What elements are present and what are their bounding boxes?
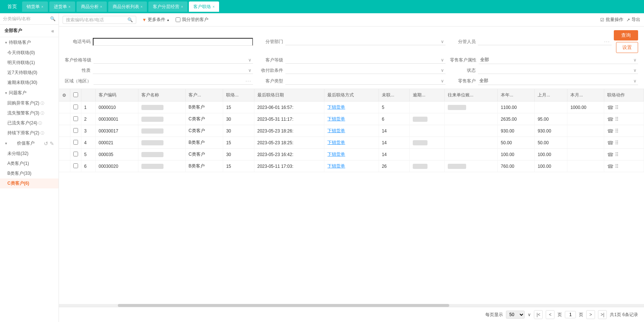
- row-last-contact-method[interactable]: 下销货单: [324, 149, 379, 160]
- row-last-contact-method[interactable]: 下销货单: [324, 102, 379, 113]
- close-analysis-tab[interactable]: ×: [100, 5, 102, 9]
- row-check[interactable]: [70, 113, 81, 125]
- phone-input[interactable]: [93, 38, 253, 46]
- area-dots[interactable]: ···: [246, 78, 251, 84]
- row-checkbox[interactable]: [73, 128, 78, 133]
- close-analysis-list-tab[interactable]: ×: [141, 5, 143, 9]
- more-action-icon[interactable]: ⠿: [615, 163, 619, 169]
- first-page-button[interactable]: |<: [534, 310, 543, 319]
- sidebar-item-tomorrow[interactable]: 明天待联络(1): [0, 58, 59, 68]
- th-settings[interactable]: ⚙: [59, 89, 70, 102]
- contact-method-link[interactable]: 下销货单: [327, 140, 345, 145]
- row-last-contact-method[interactable]: 下销货单: [324, 137, 379, 149]
- manager-dots[interactable]: ···: [604, 39, 610, 44]
- contact-phone-icon[interactable]: ☎: [607, 116, 613, 122]
- th-contact-days[interactable]: 联络...: [223, 89, 254, 102]
- more-action-icon[interactable]: ⠿: [615, 116, 619, 122]
- sidebar-item-churn-warning[interactable]: 流失预警客户(3) ⓘ: [0, 108, 59, 118]
- more-conditions-button[interactable]: ▼ 更多条件 ▲: [139, 15, 173, 24]
- close-segment-tab[interactable]: ×: [181, 5, 183, 9]
- contact-phone-icon[interactable]: ☎: [607, 105, 613, 110]
- nature-select[interactable]: ∨: [93, 67, 253, 74]
- contact-method-link[interactable]: 下销货单: [327, 116, 345, 121]
- page-number-input[interactable]: [565, 311, 576, 318]
- row-last-contact-method[interactable]: 下销货单: [324, 125, 379, 137]
- sidebar-item-b-class[interactable]: B类客户(33): [0, 169, 59, 178]
- th-last-month[interactable]: 上月...: [535, 89, 567, 102]
- th-last-contact-date[interactable]: 最后联络日期: [254, 89, 324, 102]
- close-sales-tab[interactable]: ×: [41, 5, 43, 9]
- contact-phone-icon[interactable]: ☎: [607, 163, 613, 169]
- contact-phone-icon[interactable]: ☎: [607, 128, 613, 134]
- row-checkbox[interactable]: [73, 116, 78, 121]
- contact-method-link[interactable]: 下销货单: [327, 105, 345, 110]
- customer-level-select[interactable]: ∨: [285, 57, 446, 64]
- more-action-icon[interactable]: ⠿: [615, 152, 619, 158]
- nav-tab-analysis[interactable]: 商品分析 ×: [77, 1, 107, 12]
- close-contact-tab[interactable]: ×: [212, 5, 215, 9]
- row-checkbox[interactable]: [73, 152, 78, 156]
- th-code[interactable]: 客户编码: [95, 89, 138, 102]
- nav-tab-purchase[interactable]: 进货单 ×: [49, 1, 75, 12]
- th-year-amount[interactable]: 本年...: [498, 89, 535, 102]
- sidebar-item-overdue[interactable]: 逾期未联络(30): [0, 78, 59, 88]
- next-page-button[interactable]: >: [586, 310, 595, 319]
- row-last-contact-method[interactable]: 下销货单: [324, 113, 379, 125]
- contact-method-link[interactable]: 下销货单: [327, 152, 345, 157]
- sidebar-item-declining[interactable]: 持续下滑客户(2) ⓘ: [0, 128, 59, 138]
- row-checkbox[interactable]: [73, 163, 78, 168]
- nav-tab-analysis-list[interactable]: 商品分析列表 ×: [108, 1, 147, 12]
- query-button[interactable]: 查询: [614, 30, 638, 40]
- payment-select[interactable]: ∨: [285, 67, 446, 74]
- row-check[interactable]: [70, 125, 81, 137]
- th-last-contact-method[interactable]: 最后联络方式: [324, 89, 379, 102]
- th-not-contacted[interactable]: 未联...: [379, 89, 410, 102]
- horizontal-scrollbar[interactable]: [59, 304, 644, 307]
- row-checkbox[interactable]: [73, 105, 78, 109]
- more-action-icon[interactable]: ⠿: [615, 128, 619, 134]
- row-check[interactable]: [70, 149, 81, 160]
- per-page-select[interactable]: 50 100 200: [506, 311, 525, 319]
- sidebar-item-c-class[interactable]: C类客户(6): [0, 178, 59, 188]
- batch-ops-button[interactable]: ☑ 批量操作: [600, 17, 623, 23]
- price-level-select[interactable]: ∨: [94, 57, 253, 64]
- th-account[interactable]: 往来单位账...: [444, 89, 497, 102]
- sidebar-item-ungroup[interactable]: 未分组(32): [0, 149, 59, 159]
- more-action-icon[interactable]: ⠿: [615, 105, 619, 110]
- retail-customer-select[interactable]: 全部 ∨: [478, 77, 638, 85]
- sidebar-section-problems[interactable]: 问题客户: [0, 88, 59, 98]
- more-action-icon[interactable]: ⠿: [615, 140, 619, 146]
- row-check[interactable]: [70, 137, 81, 149]
- sidebar-item-repurchase[interactable]: 回购异常客户(2) ⓘ: [0, 98, 59, 108]
- search-icon[interactable]: 🔍: [127, 17, 133, 22]
- select-all-checkbox[interactable]: [73, 92, 78, 97]
- status-select[interactable]: ∨: [478, 67, 638, 74]
- close-purchase-tab[interactable]: ×: [68, 5, 71, 9]
- contact-phone-icon[interactable]: ☎: [607, 140, 613, 146]
- th-overdue[interactable]: 逾期...: [410, 89, 444, 102]
- contact-method-link[interactable]: 下销货单: [327, 128, 345, 133]
- nav-tab-sales[interactable]: 销货单 ×: [22, 1, 48, 12]
- th-name[interactable]: 客户名称: [138, 89, 186, 102]
- customer-type-select[interactable]: ∨: [285, 78, 446, 85]
- search-input[interactable]: [66, 17, 126, 22]
- retail-attr-select[interactable]: 全部 ∨: [479, 56, 638, 64]
- row-check[interactable]: [70, 160, 81, 172]
- sidebar-item-churned[interactable]: 已流失客户(24) ⓘ: [0, 118, 59, 128]
- sidebar-search-input[interactable]: [3, 16, 49, 21]
- sidebar-section-value[interactable]: 价值客户 ↺ ✎: [0, 138, 59, 149]
- settings-button[interactable]: 设置: [616, 42, 638, 53]
- nav-tab-customer-contact[interactable]: 客户联络 ×: [189, 1, 219, 12]
- nav-tab-customer-segment[interactable]: 客户分层经营 ×: [148, 1, 187, 12]
- row-check[interactable]: [70, 102, 81, 113]
- sidebar-item-a-class[interactable]: A类客户(1): [0, 159, 59, 169]
- nav-home[interactable]: 首页: [4, 3, 21, 10]
- th-customer-type[interactable]: 客户...: [185, 89, 223, 102]
- sidebar-item-7days[interactable]: 近7天待联络(0): [0, 68, 59, 78]
- export-button[interactable]: ↗ 导出: [626, 17, 640, 23]
- prev-page-button[interactable]: <: [546, 310, 555, 319]
- row-checkbox[interactable]: [73, 140, 78, 145]
- sidebar-search-icon[interactable]: 🔍: [50, 16, 56, 21]
- last-page-button[interactable]: >|: [598, 310, 607, 319]
- th-this-month[interactable]: 本月...: [567, 89, 604, 102]
